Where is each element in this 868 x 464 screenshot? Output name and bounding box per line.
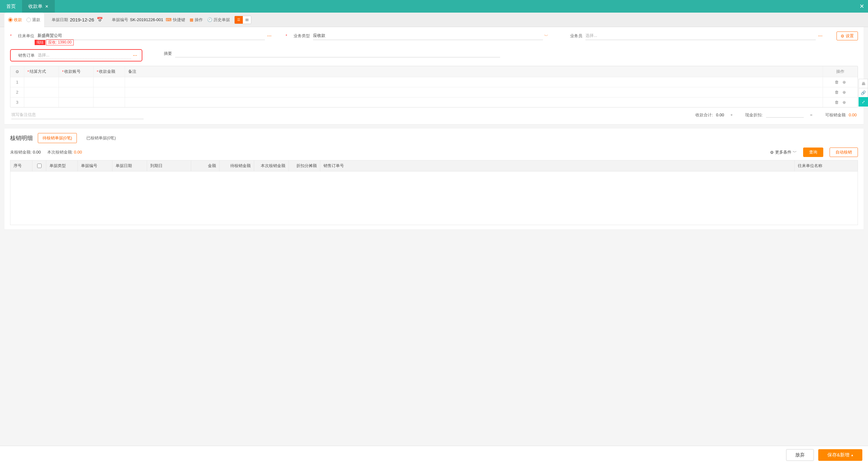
party-more-icon[interactable]: ··· — [266, 33, 273, 38]
row-index: 1 — [10, 77, 24, 87]
side-print-icon[interactable]: 🖶 — [859, 79, 868, 88]
calendar-icon[interactable]: 📅 — [97, 17, 103, 23]
tab-home[interactable]: 首页 — [0, 0, 22, 12]
radio-dot-icon — [8, 18, 12, 22]
eq-sign: = — [810, 113, 812, 117]
total-label: 收款合计: — [695, 112, 713, 118]
chevron-down-icon: ﹀ — [793, 149, 797, 155]
table-settings-icon[interactable]: ⚙ — [10, 66, 24, 77]
cell-method[interactable] — [24, 97, 59, 107]
col-no: 单据编号 — [78, 161, 113, 171]
tab-done[interactable]: 已核销单据(0笔) — [82, 133, 120, 143]
ops-button[interactable]: ▦操作 — [190, 17, 203, 23]
total-value: 0.00 — [716, 113, 724, 117]
unwrite-label: 未核销金额: — [10, 150, 32, 154]
side-tools: 🖶 🔗 ⤢ — [859, 79, 868, 106]
cell-account[interactable] — [59, 97, 94, 107]
biz-label: 业务类型 — [288, 33, 310, 39]
summary-input[interactable] — [175, 50, 500, 57]
col-cust: 往来单位名称 — [795, 161, 858, 171]
tab-receipt[interactable]: 收款单✕ — [22, 0, 55, 12]
cell-amount[interactable] — [94, 87, 125, 97]
view-toggle[interactable]: ☰ ▤ — [234, 16, 251, 24]
agent-label: 业务员 — [561, 33, 582, 39]
more-conditions-button[interactable]: ⚙更多条件﹀ — [770, 149, 797, 155]
row-index: 3 — [10, 97, 24, 107]
history-icon: 🕘 — [207, 17, 212, 22]
so-select[interactable]: 选择... — [38, 52, 131, 59]
auto-writeoff-button[interactable]: 自动核销 — [830, 147, 858, 157]
row-delete-icon[interactable]: 🗑 — [835, 90, 839, 94]
col-cur: 本次核销金额 — [254, 161, 289, 171]
date-value[interactable]: 2019-12-26 — [70, 17, 94, 22]
cancel-label: 可核销金额 — [825, 112, 846, 118]
col-method: *结算方式 — [24, 66, 59, 77]
side-link-icon[interactable]: 🔗 — [859, 88, 868, 97]
cell-remark[interactable] — [125, 87, 823, 97]
note-input[interactable]: 填写备注信息 — [11, 111, 144, 119]
mode-receive-radio[interactable]: 收款 — [8, 17, 22, 23]
sales-order-box[interactable]: 销售订单 选择... ··· — [10, 49, 142, 61]
cancel-value: 0.00 — [849, 113, 857, 117]
no-value: SK-20191226-001 — [130, 17, 163, 22]
receivable-badge: 应收: 1390.00 — [46, 39, 74, 46]
plus-sign: + — [731, 113, 733, 117]
row-delete-icon[interactable]: 🗑 — [835, 100, 839, 105]
tab-pending[interactable]: 待核销单据(0笔) — [38, 133, 77, 143]
tab-close-icon[interactable]: ✕ — [45, 4, 49, 9]
col-type: 单据类型 — [46, 161, 78, 171]
cell-account[interactable] — [59, 77, 94, 87]
chevron-down-icon[interactable]: ﹀ — [544, 33, 548, 39]
row-delete-icon[interactable]: 🗑 — [835, 80, 839, 85]
form-card: *往来单位 新盛商贸公司 ··· 现结 应收: 1390.00 *业务类型 应收… — [4, 27, 864, 124]
col-disc: 折扣分摊额 — [289, 161, 320, 171]
sub-bar: 收款 退款 单据日期 2019-12-26 📅 单据编号 SK-20191226… — [0, 12, 868, 27]
history-button[interactable]: 🕘历史单据 — [207, 17, 230, 23]
side-expand-icon[interactable]: ⤢ — [859, 97, 868, 107]
select-all-checkbox[interactable] — [37, 164, 41, 168]
cell-method[interactable] — [24, 77, 59, 87]
row-add-icon[interactable]: ⊕ — [842, 80, 846, 85]
cur-value: 0.00 — [74, 150, 82, 154]
col-amount: *收款金额 — [94, 66, 125, 77]
party-label: 往来单位 — [13, 33, 34, 39]
filter-icon: ⚙ — [770, 150, 774, 155]
mode-refund-radio[interactable]: 退款 — [27, 17, 40, 23]
col-pend: 待核销金额 — [219, 161, 254, 171]
card-view-icon[interactable]: ▤ — [243, 16, 251, 24]
row-index: 2 — [10, 87, 24, 97]
cell-account[interactable] — [59, 87, 94, 97]
writeoff-card: 核销明细 待核销单据(0笔) 已核销单据(0笔) 未核销金额: 0.00 本次核… — [4, 128, 864, 230]
window-close-icon[interactable]: ✕ — [856, 0, 868, 12]
row-add-icon[interactable]: ⊕ — [842, 90, 846, 94]
list-view-icon[interactable]: ☰ — [235, 16, 243, 24]
col-amt: 金额 — [191, 161, 219, 171]
party-input[interactable]: 新盛商贸公司 — [37, 31, 265, 40]
col-so: 销售订单号 — [320, 161, 795, 171]
settings-button[interactable]: ⚙设置 — [837, 31, 858, 40]
gear-icon: ⚙ — [841, 34, 844, 38]
biz-select[interactable]: 应收款 — [313, 31, 543, 40]
writeoff-table-body — [10, 172, 858, 225]
cell-amount[interactable] — [94, 77, 125, 87]
cell-method[interactable] — [24, 87, 59, 97]
cell-remark[interactable] — [125, 97, 823, 107]
agent-select[interactable]: 选择... — [586, 31, 816, 40]
summary-label: 摘要 — [155, 51, 172, 56]
keyboard-icon: ⌨ — [166, 17, 172, 22]
agent-more-icon[interactable]: ··· — [817, 33, 824, 38]
date-label: 单据日期 — [52, 17, 68, 23]
so-more-icon[interactable]: ··· — [131, 53, 139, 58]
payment-table: ⚙ *结算方式 *收款账号 *收款金额 备注 操作 1 🗑⊕ 2 🗑⊕ 3 — [10, 66, 858, 108]
col-check[interactable] — [32, 161, 46, 171]
col-remark: 备注 — [125, 66, 823, 77]
row-add-icon[interactable]: ⊕ — [842, 100, 846, 105]
query-button[interactable]: 查询 — [803, 147, 823, 157]
settle-tag: 现结 — [35, 40, 45, 45]
cell-amount[interactable] — [94, 97, 125, 107]
cell-remark[interactable] — [125, 77, 823, 87]
tab-bar: 首页 收款单✕ ✕ — [0, 0, 868, 12]
col-seq: 序号 — [10, 161, 32, 171]
discount-input[interactable] — [766, 113, 804, 118]
shortcut-button[interactable]: ⌨快捷键 — [166, 17, 185, 23]
